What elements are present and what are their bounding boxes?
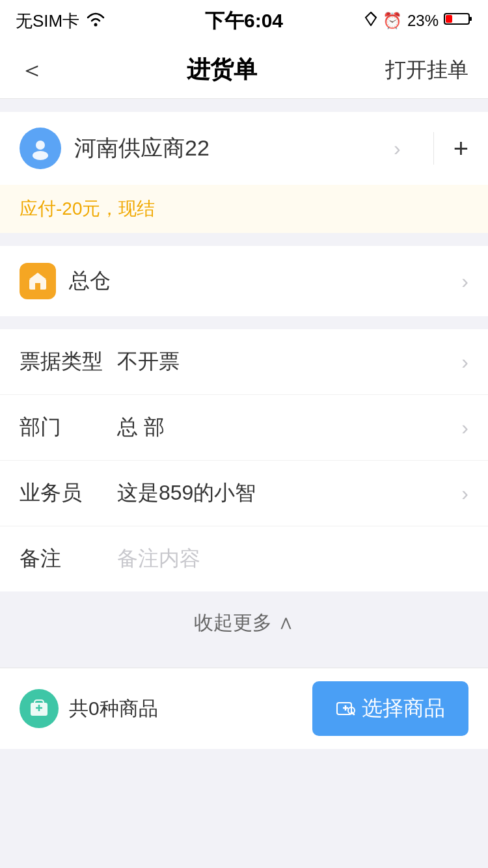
salesperson-value: 这是859的小智 [104,479,461,508]
status-right: ⏰ 23% [364,12,472,30]
battery-icon [444,12,472,30]
svg-rect-3 [446,15,452,23]
status-left: 无SIM卡 [16,10,105,33]
svg-marker-7 [29,273,46,279]
svg-point-5 [33,151,48,160]
invoice-chevron-icon: › [461,350,468,374]
warehouse-label: 总仓 [69,267,461,295]
page-container: 无SIM卡 下午6:04 ⏰ 23% [0,0,488,868]
battery-text: 23% [407,12,439,30]
supplier-section: 河南供应商22 › + 应付-20元，现结 [0,112,488,233]
invoice-type-label: 票据类型 [20,347,104,376]
svg-point-0 [94,23,98,26]
invoice-type-value: 不开票 [104,347,461,376]
alarm-icon: ⏰ [383,12,402,30]
warehouse-row[interactable]: 总仓 › [0,246,488,316]
supplier-row[interactable]: 河南供应商22 › + [0,112,488,185]
nav-title: 进货单 [187,54,257,86]
salesperson-label: 业务员 [20,479,104,508]
collapse-button[interactable]: 收起更多 ∧ [0,591,488,655]
invoice-type-row[interactable]: 票据类型 不开票 › [0,329,488,395]
remark-label: 备注 [20,545,104,573]
department-value: 总 部 [104,413,461,442]
vertical-divider [433,132,434,165]
notice-banner: 应付-20元，现结 [0,185,488,233]
open-pending-button[interactable]: 打开挂单 [385,56,468,85]
department-label: 部门 [20,413,104,442]
warehouse-section: 总仓 › [0,246,488,316]
product-count-area: 共0种商品 [20,689,158,728]
product-count-text: 共0种商品 [69,696,158,722]
select-product-label: 选择商品 [362,694,445,723]
svg-point-4 [36,141,45,150]
carrier-text: 无SIM卡 [16,10,79,33]
status-bar: 无SIM卡 下午6:04 ⏰ 23% [0,0,488,42]
location-icon [364,12,377,30]
nav-bar: ＜ 进货单 打开挂单 [0,42,488,99]
salesperson-row[interactable]: 业务员 这是859的小智 › [0,461,488,526]
wifi-icon [86,11,105,31]
bottom-bar: 共0种商品 选择商品 [0,668,488,749]
remark-row[interactable]: 备注 备注内容 [0,526,488,591]
department-row[interactable]: 部门 总 部 › [0,395,488,461]
collapse-label: 收起更多 ∧ [194,610,293,636]
remark-input[interactable]: 备注内容 [104,545,468,573]
department-chevron-icon: › [461,416,468,440]
salesperson-chevron-icon: › [461,481,468,506]
product-icon-circle [20,689,59,728]
supplier-avatar [20,128,61,169]
warehouse-icon-bg [20,263,56,299]
warehouse-chevron-icon: › [461,269,468,293]
status-time: 下午6:04 [205,8,283,34]
select-product-button[interactable]: 选择商品 [312,681,468,736]
svg-rect-2 [469,17,472,21]
svg-rect-8 [35,283,40,290]
supplier-chevron-icon: › [394,137,401,161]
add-supplier-button[interactable]: + [454,134,468,163]
fields-section: 票据类型 不开票 › 部门 总 部 › 业务员 这是859的小智 › 备注 备注… [0,329,488,591]
back-button[interactable]: ＜ [20,53,59,87]
supplier-name: 河南供应商22 [74,133,394,163]
